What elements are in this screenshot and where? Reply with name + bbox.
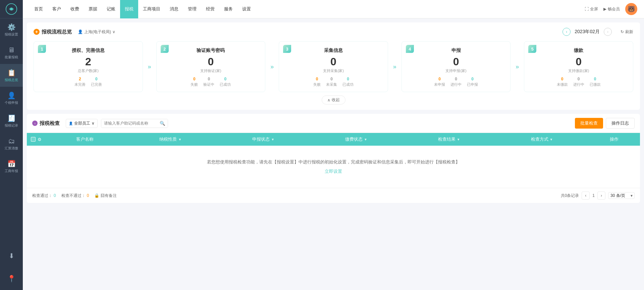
sidebar-item-location[interactable]: 📍 <box>0 267 23 290</box>
date-nav: ‹ 2023年02月 › <box>562 28 612 36</box>
fullscreen-label: 全屏 <box>590 6 598 12</box>
sidebar-label-batch-tax: 批量报税 <box>5 55 18 59</box>
settings-icon[interactable]: ⚙ <box>38 137 42 142</box>
nav-item-fees[interactable]: 收费 <box>66 0 84 18</box>
nav-item-settings[interactable]: 设置 <box>237 0 256 18</box>
current-page: 1 <box>592 193 595 198</box>
nav-item-operations[interactable]: 经营 <box>201 0 219 18</box>
page-first-btn[interactable]: ‹ <box>582 192 590 200</box>
nav-item-invoices[interactable]: 票据 <box>84 0 102 18</box>
date-next-btn[interactable]: › <box>604 28 612 36</box>
fail-count-link[interactable]: 0 <box>87 193 89 198</box>
setup-link[interactable]: 立即设置 <box>34 168 633 174</box>
sidebar-item-batch-tax[interactable]: 🖥 批量报税 <box>0 41 23 64</box>
nav-item-home[interactable]: 首页 <box>30 0 48 18</box>
sidebar-item-tax-records[interactable]: 🧾 报税记录 <box>0 110 23 132</box>
th-result-label: 检查结果 <box>438 136 455 142</box>
total-records: 共0条记录 <box>561 193 579 199</box>
step-title-4: 申报 <box>407 48 505 54</box>
per-page-wrap: 30 条/页 50 条/页 100 条/页 ▼ <box>608 192 635 199</box>
th-filter-result[interactable]: 检查结果 ▼ <box>438 136 460 142</box>
check-footer: 检查通过： 0 检查不通过： 0 🔒 囧有备注 共0条记录 ‹ 1 › <box>27 188 640 203</box>
sidebar-item-tax-overview[interactable]: 📋 报税总览 <box>0 64 23 87</box>
plus-icon: + <box>34 29 40 35</box>
user-avatar[interactable]: 🐻 <box>625 3 637 15</box>
tax-records-icon: 🧾 <box>7 114 16 122</box>
operation-log-btn[interactable]: 操作日志 <box>606 118 635 129</box>
step-detail-count-5-0: 0 <box>561 77 564 81</box>
select-all-checkbox[interactable] <box>31 137 36 142</box>
page-next-btn[interactable]: › <box>597 192 605 200</box>
sidebar-item-tax-settings[interactable]: ⚙️ 报税设置 <box>0 18 23 41</box>
th-filter-method[interactable]: 检查方式 ▼ <box>531 136 553 142</box>
step-detail-3-2: 0 已成功 <box>342 77 354 87</box>
search-icon: 🔍 <box>160 121 165 126</box>
filter-icon: 👤 <box>69 122 73 125</box>
nav-item-clients[interactable]: 客户 <box>48 0 66 18</box>
top-nav: 首页 客户 收费 票据 记账 报税 工商项目 消息 管理 经营 服务 设置 ⛶ … <box>23 0 644 18</box>
sidebar-item-clearing[interactable]: 🗂 汇算清缴 <box>0 132 23 155</box>
step-detail-count-2-2: 0 <box>224 77 227 81</box>
date-text: 2023年02月 <box>575 29 600 35</box>
process-overview-card: + 报税流程总览 👤 上海(电子税局) ∨ ‹ 2023年02月 › ↻ 刷新 <box>27 22 640 110</box>
sidebar: ⚙️ 报税设置 🖥 批量报税 📋 报税总览 👤 个税申报 🧾 报税记录 🗂 汇算… <box>0 0 23 290</box>
process-title-text: 报税流程总览 <box>42 29 72 35</box>
step-detail-label-1-1: 已完善 <box>91 82 102 87</box>
step-number-4: 4 <box>406 45 414 53</box>
batch-check-btn[interactable]: 批量检查 <box>575 118 603 129</box>
step-number-1: 1 <box>38 45 46 53</box>
fullscreen-btn[interactable]: ⛶ 全屏 <box>585 6 598 12</box>
step-detail-4-0: 0 未申报 <box>434 77 445 87</box>
th-pay-label: 缴费状态 <box>345 136 363 142</box>
step-detail-count-2-0: 0 <box>193 77 196 81</box>
collapse-btn[interactable]: ∧ 收起 <box>322 95 345 104</box>
nav-item-business[interactable]: 工商项目 <box>138 0 165 18</box>
location-icon: 📍 <box>7 275 16 283</box>
step-detail-count-5-1: 0 <box>578 77 580 81</box>
location-text: 上海(电子税局) <box>84 29 111 35</box>
step-detail-label-2-1: 验证中 <box>203 82 214 87</box>
pass-count-link[interactable]: 0 <box>54 193 56 198</box>
th-filter-declare[interactable]: 申报状态 ▼ <box>252 136 274 142</box>
check-title-dot: ○ <box>32 121 38 126</box>
location-dropdown-icon: ∨ <box>112 29 115 34</box>
check-table: ⚙ 客户名称 纳税性质 ▼ <box>27 133 640 188</box>
th-filter-tax-type[interactable]: 纳税性质 ▼ <box>159 136 181 142</box>
step-title-2: 验证账号密码 <box>162 48 260 54</box>
step-detail-label-2-2: 已成功 <box>220 82 231 87</box>
th-tax-type-label: 纳税性质 <box>159 136 177 142</box>
sidebar-item-personal-tax[interactable]: 👤 个税申报 <box>0 87 23 110</box>
step-arrow-3: » <box>388 63 401 70</box>
step-details-1: 2 未完善 0 已完善 <box>39 77 137 87</box>
sidebar-item-annual-report[interactable]: 📅 工商年报 <box>0 155 23 178</box>
refresh-icon: ↻ <box>621 29 624 34</box>
th-filter-client[interactable]: 客户名称 <box>76 136 94 142</box>
step-card-3: 3 采集信息 0 支持采集(家) 0 失败 0 未采集 <box>279 41 388 92</box>
nav-item-messages[interactable]: 消息 <box>165 0 183 18</box>
step-title-5: 缴款 <box>530 48 628 54</box>
step-details-2: 0 失败 0 验证中 0 已成功 <box>162 77 260 87</box>
vip-btn[interactable]: ▶ 畅会员 <box>603 6 620 12</box>
refresh-btn[interactable]: ↻ 刷新 <box>621 29 633 35</box>
nav-item-accounting[interactable]: 记账 <box>102 0 120 18</box>
step-detail-label-4-0: 未申报 <box>434 82 445 87</box>
per-page-select[interactable]: 30 条/页 50 条/页 100 条/页 <box>608 192 635 199</box>
search-input[interactable] <box>101 119 157 127</box>
tax-settings-icon: ⚙️ <box>7 23 16 31</box>
employee-filter[interactable]: 👤 全部员工 ∨ <box>66 119 98 128</box>
nav-item-services[interactable]: 服务 <box>219 0 237 18</box>
nav-item-tax[interactable]: 报税 <box>120 0 138 18</box>
search-button[interactable]: 🔍 <box>157 119 168 128</box>
location-btn[interactable]: 👤 上海(电子税局) ∨ <box>78 29 115 35</box>
step-detail-label-4-1: 进行中 <box>450 82 462 87</box>
th-filter-pay[interactable]: 缴费状态 ▼ <box>345 136 367 142</box>
step-details-4: 0 未申报 0 进行中 0 已申报 <box>407 77 505 87</box>
step-detail-count-4-0: 0 <box>438 77 441 81</box>
date-prev-btn[interactable]: ‹ <box>562 28 571 36</box>
refresh-label: 刷新 <box>625 29 633 35</box>
step-arrow-1: » <box>143 63 156 70</box>
sidebar-item-download[interactable]: ⬇ <box>0 244 23 267</box>
vip-label: 畅会员 <box>608 6 620 12</box>
nav-item-management[interactable]: 管理 <box>183 0 201 18</box>
sidebar-label-annual-report: 工商年报 <box>5 169 18 173</box>
